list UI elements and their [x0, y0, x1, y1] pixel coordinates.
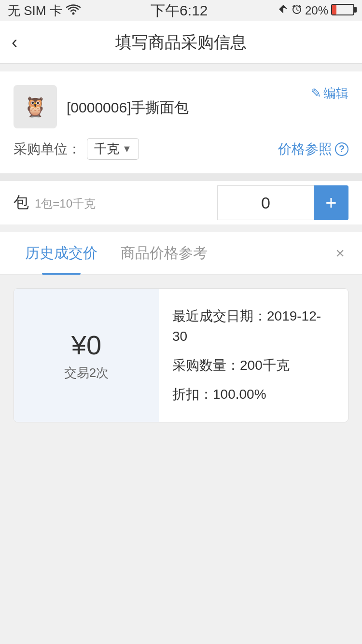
tab-history-price[interactable]: 历史成交价: [14, 232, 109, 275]
price-ref-button[interactable]: 价格参照 ?: [278, 140, 348, 158]
quantity-unit-label: 包: [14, 192, 29, 213]
product-card: 🦉 [0000006]手撕面包 ✎ 编辑 采购单位： 千克 ▼ 价格参照 ?: [0, 71, 362, 173]
tabs-container: 历史成交价 商品价格参考 ×: [0, 232, 362, 275]
product-header: 🦉 [0000006]手撕面包 ✎ 编辑: [14, 85, 348, 128]
price-amount: ¥0: [71, 329, 101, 361]
price-card-left: ¥0 交易2次: [14, 289, 159, 422]
discount-value: 100.00%: [213, 387, 266, 402]
recent-date-row: 最近成交日期：2019-12-30: [172, 306, 334, 347]
unit-left: 采购单位： 千克 ▼: [14, 138, 139, 160]
purchase-qty-row: 采购数量：200千克: [172, 355, 334, 376]
quantity-conversion-text: 1包=10千克: [35, 196, 96, 211]
location-icon: [278, 4, 289, 17]
back-button[interactable]: ‹: [12, 32, 17, 53]
quantity-value: 0: [261, 194, 270, 212]
tab-price-ref[interactable]: 商品价格参考: [109, 232, 219, 275]
quantity-plus-button[interactable]: +: [314, 185, 348, 220]
edit-label: 编辑: [323, 85, 348, 102]
status-left: 无 SIM 卡: [8, 2, 81, 19]
section-divider: [0, 173, 362, 181]
unit-selector[interactable]: 千克 ▼: [87, 138, 139, 160]
trade-count: 交易2次: [64, 364, 109, 381]
edit-pencil-icon: ✎: [311, 86, 321, 101]
unit-value: 千克: [94, 140, 119, 157]
sim-text: 无 SIM 卡: [8, 2, 62, 19]
status-time: 下午6:12: [151, 1, 208, 21]
content-area: ¥0 交易2次 最近成交日期：2019-12-30 采购数量：200千克 折扣：…: [0, 275, 362, 516]
edit-button[interactable]: ✎ 编辑: [311, 85, 348, 102]
purchase-qty-value: 200千克: [240, 358, 290, 373]
price-card: ¥0 交易2次 最近成交日期：2019-12-30 采购数量：200千克 折扣：…: [14, 288, 348, 422]
product-image-icon: 🦉: [23, 96, 47, 118]
price-ref-help-icon: ?: [335, 142, 348, 156]
wifi-icon: [66, 3, 81, 18]
currency-symbol: ¥: [71, 330, 86, 360]
quantity-input[interactable]: 0: [217, 185, 314, 220]
content-divider: [0, 224, 362, 232]
product-name: [0000006]手撕面包: [67, 96, 189, 118]
unit-label: 采购单位：: [14, 140, 81, 158]
alarm-icon: [292, 4, 302, 17]
dropdown-arrow-icon: ▼: [122, 143, 132, 154]
product-left: 🦉 [0000006]手撕面包: [14, 85, 189, 128]
quantity-row: 包 1包=10千克 0 +: [0, 181, 362, 224]
discount-label: 折扣：: [172, 387, 213, 402]
recent-date-label: 最近成交日期：: [172, 308, 267, 323]
svg-point-0: [72, 12, 74, 14]
tabs-close-button[interactable]: ×: [332, 240, 348, 266]
product-unit-row: 采购单位： 千克 ▼ 价格参照 ?: [14, 138, 348, 173]
battery-percent: 20%: [305, 4, 328, 17]
tabs-list: 历史成交价 商品价格参考: [14, 232, 219, 275]
purchase-qty-label: 采购数量：: [172, 358, 240, 373]
price-ref-label: 价格参照: [278, 140, 332, 158]
status-right: 20%: [278, 4, 354, 17]
discount-row: 折扣：100.00%: [172, 384, 334, 405]
battery-icon: [331, 4, 354, 17]
status-bar: 无 SIM 卡 下午6:12 20%: [0, 0, 362, 21]
price-card-right: 最近成交日期：2019-12-30 采购数量：200千克 折扣：100.00%: [159, 289, 348, 422]
tab-price-ref-label: 商品价格参考: [121, 243, 208, 263]
page-title: 填写商品采购信息: [115, 31, 247, 54]
quantity-controls: 0 +: [217, 185, 348, 220]
price-value: 0: [86, 330, 101, 360]
quantity-label-group: 包 1包=10千克: [14, 192, 96, 213]
nav-bar: ‹ 填写商品采购信息: [0, 21, 362, 64]
product-thumbnail: 🦉: [14, 85, 57, 128]
tab-history-label: 历史成交价: [25, 243, 97, 263]
